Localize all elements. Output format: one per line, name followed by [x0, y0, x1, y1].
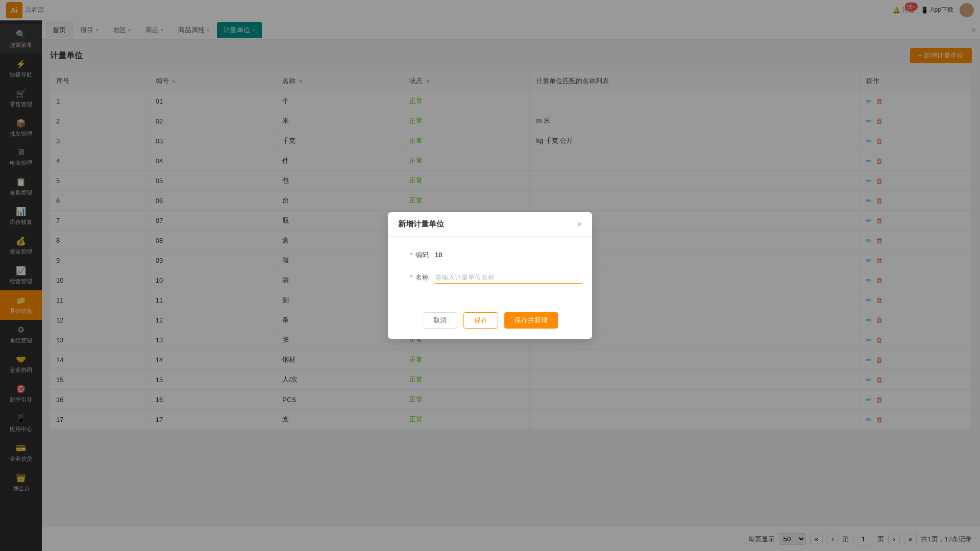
- name-required-mark: *: [410, 273, 412, 281]
- modal-overlay[interactable]: 新增计量单位 × * 编码 * 名称 取消 保存 保存并新增: [0, 0, 980, 551]
- modal-body: * 编码 * 名称: [388, 237, 592, 306]
- code-label: * 编码: [398, 251, 429, 260]
- code-required-mark: *: [410, 251, 412, 259]
- name-label: * 名称: [398, 273, 429, 282]
- save-button[interactable]: 保存: [463, 312, 498, 329]
- name-input[interactable]: [435, 271, 582, 284]
- cancel-button[interactable]: 取消: [423, 312, 457, 329]
- modal-header: 新增计量单位 ×: [388, 212, 592, 237]
- modal-close-button[interactable]: ×: [577, 220, 582, 229]
- modal-title: 新增计量单位: [398, 219, 444, 229]
- add-unit-modal: 新增计量单位 × * 编码 * 名称 取消 保存 保存并新增: [388, 212, 592, 339]
- code-input[interactable]: [435, 249, 582, 261]
- code-form-row: * 编码: [398, 249, 582, 261]
- save-and-new-button[interactable]: 保存并新增: [504, 312, 558, 329]
- modal-footer: 取消 保存 保存并新增: [388, 306, 592, 339]
- name-form-row: * 名称: [398, 271, 582, 284]
